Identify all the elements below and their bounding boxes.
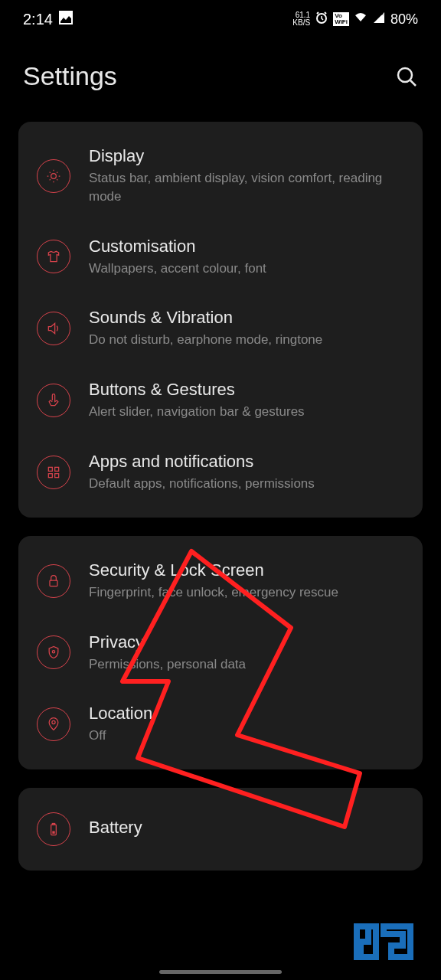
item-title: Location (89, 704, 404, 724)
settings-item-apps[interactable]: Apps and notifications Default apps, not… (18, 436, 423, 508)
svg-point-11 (52, 651, 54, 653)
navigation-bar[interactable] (159, 970, 282, 974)
svg-rect-8 (48, 474, 52, 478)
item-subtitle: Do not disturb, earphone mode, ringtone (89, 331, 404, 349)
item-title: Security & Lock Screen (89, 560, 404, 580)
data-speed: 61.1 KB/S (292, 11, 310, 27)
signal-icon: x (372, 11, 386, 28)
lock-icon (37, 564, 70, 598)
svg-rect-9 (55, 474, 59, 478)
settings-item-customisation[interactable]: Customisation Wallpapers, accent colour,… (18, 221, 423, 293)
item-title: Sounds & Vibration (89, 308, 404, 328)
item-title: Apps and notifications (89, 452, 404, 472)
svg-point-12 (52, 721, 55, 724)
svg-point-3 (398, 68, 412, 82)
shield-icon (37, 635, 70, 669)
item-title: Battery (89, 818, 404, 838)
battery-icon (37, 812, 70, 846)
svg-rect-10 (50, 580, 57, 586)
item-subtitle: Status bar, ambient display, vision comf… (89, 169, 404, 206)
settings-item-security[interactable]: Security & Lock Screen Fingerprint, face… (18, 545, 423, 617)
settings-header: Settings (0, 38, 441, 122)
settings-group: Display Status bar, ambient display, vis… (18, 122, 423, 518)
settings-group: Security & Lock Screen Fingerprint, face… (18, 536, 423, 769)
item-subtitle: Default apps, notifications, permissions (89, 475, 404, 493)
location-icon (37, 707, 70, 741)
svg-point-5 (51, 173, 57, 178)
svg-line-4 (410, 80, 416, 86)
alarm-icon (315, 11, 328, 28)
svg-rect-7 (55, 467, 59, 471)
page-title: Settings (23, 61, 117, 91)
status-time: 2:14 (23, 11, 53, 28)
item-title: Display (89, 146, 404, 166)
apps-icon (37, 456, 70, 489)
settings-item-display[interactable]: Display Status bar, ambient display, vis… (18, 131, 423, 221)
svg-rect-15 (52, 831, 54, 834)
item-title: Buttons & Gestures (89, 380, 404, 400)
item-subtitle: Fingerprint, face unlock, emergency resc… (89, 583, 404, 602)
item-title: Privacy (89, 632, 404, 652)
settings-item-privacy[interactable]: Privacy Permissions, personal data (18, 617, 423, 689)
status-bar: 2:14 61.1 KB/S VoWiFi x 80% (0, 0, 441, 38)
shirt-icon (37, 240, 70, 273)
item-subtitle: Wallpapers, accent colour, font (89, 260, 404, 278)
sound-icon (37, 312, 70, 345)
settings-item-battery[interactable]: Battery (18, 797, 423, 861)
gesture-icon (37, 384, 70, 417)
brightness-icon (37, 159, 70, 193)
svg-rect-14 (52, 824, 54, 825)
wifi-icon (354, 11, 368, 28)
item-subtitle: Permissions, personal data (89, 655, 404, 674)
picture-icon (59, 11, 73, 28)
item-subtitle: Off (89, 727, 404, 745)
svg-rect-6 (48, 467, 52, 471)
battery-percent: 80% (390, 11, 418, 28)
settings-group: Battery (18, 788, 423, 871)
vowifi-icon: VoWiFi (333, 12, 349, 26)
item-subtitle: Alert slider, navigation bar & gestures (89, 403, 404, 421)
search-icon[interactable] (395, 65, 418, 88)
svg-text:x: x (381, 11, 384, 16)
settings-item-sounds[interactable]: Sounds & Vibration Do not disturb, earph… (18, 292, 423, 364)
settings-item-buttons[interactable]: Buttons & Gestures Alert slider, navigat… (18, 364, 423, 436)
item-title: Customisation (89, 237, 404, 256)
settings-item-location[interactable]: Location Off (18, 688, 423, 760)
watermark-logo (349, 919, 426, 965)
